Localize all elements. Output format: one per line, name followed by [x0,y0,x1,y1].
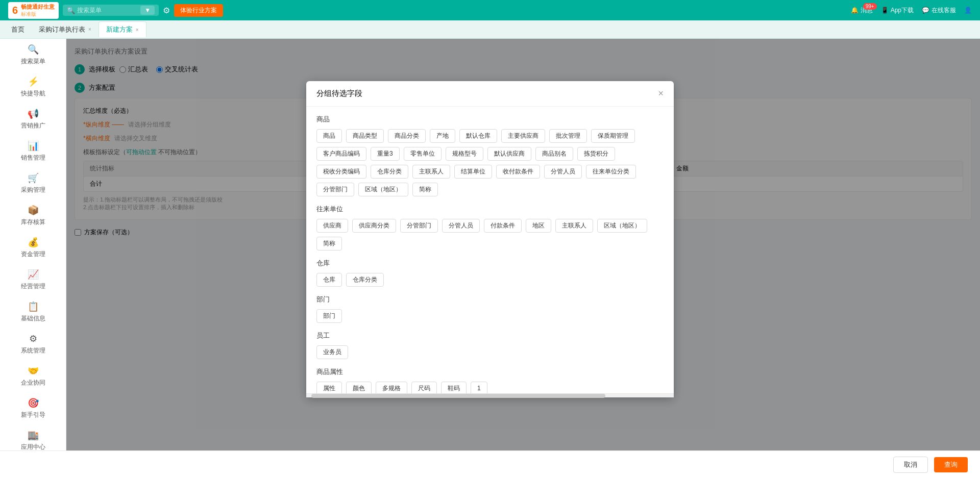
section-employee-title: 员工 [316,331,664,340]
field-tag-supplier-category[interactable]: 供应商分类 [352,219,396,233]
field-tag-pay-terms[interactable]: 付款条件 [484,219,522,233]
field-tag-dept[interactable]: 分管部门 [316,183,354,196]
section-warehouse-title: 仓库 [316,259,664,268]
field-tag-goods[interactable]: 商品 [316,129,342,143]
field-tag-region[interactable]: 区域（地区） [358,183,408,196]
message-nav-item[interactable]: 🔔 99+ 消息 [851,6,873,15]
modal-close-btn[interactable]: × [658,88,664,99]
field-tag-short-name[interactable]: 简称 [412,183,438,196]
operation-icon: 📈 [28,269,39,280]
logo-sub: 标准版 [21,11,55,18]
field-tag-manager[interactable]: 分管人员 [544,165,582,179]
tab-new-plan-close[interactable]: × [136,27,139,33]
logo-title: 畅捷通好生意 [21,3,55,11]
field-tag-warehouse[interactable]: 仓库 [316,273,342,287]
search-input[interactable] [77,7,138,14]
nav-gear-btn[interactable]: ⚙ [163,6,170,15]
field-tag-origin[interactable]: 产地 [430,129,455,143]
sidebar-item-operation[interactable]: 📈 经营管理 [0,264,66,296]
sidebar-item-inventory[interactable]: 📦 库存核算 [0,199,66,232]
field-tag-main-contact[interactable]: 主联系人 [412,165,450,179]
nav-dropdown-btn[interactable]: ▼ [140,6,155,15]
field-tag-shelf-life[interactable]: 保质期管理 [591,129,635,143]
field-tag-multi-spec[interactable]: 多规格 [376,382,407,393]
field-tag-goods-category[interactable]: 商品分类 [388,129,426,143]
field-tag-color[interactable]: 颜色 [346,382,372,393]
field-tag-department[interactable]: 部门 [316,309,342,323]
search-area[interactable]: 🔍 ▼ [63,5,159,16]
field-tag-main-supplier[interactable]: 主要供应商 [501,129,545,143]
field-tag-default-warehouse[interactable]: 默认仓库 [459,129,497,143]
inventory-icon: 📦 [28,205,39,216]
field-tag-batch-mgmt[interactable]: 批次管理 [549,129,587,143]
message-badge: 99+ [863,3,877,10]
field-tag-supplier[interactable]: 供应商 [316,219,348,233]
tab-purchase-order-close[interactable]: × [88,27,91,32]
modal-body[interactable]: 商品 商品 商品类型 商品分类 产地 默认仓库 主要供应商 批次管理 保质期管理… [306,107,674,393]
field-tag-partner-category[interactable]: 往来单位分类 [586,165,636,179]
field-tag-partner-dept[interactable]: 分管部门 [400,219,438,233]
tab-purchase-order[interactable]: 采购订单执行表 × [32,22,99,37]
field-tag-area[interactable]: 地区 [526,219,551,233]
sidebar-item-system[interactable]: ⚙ 系统管理 [0,328,66,360]
section-employee-tags: 业务员 [316,345,664,359]
sidebar-item-search[interactable]: 🔍 搜索菜单 [0,39,66,71]
section-goods-title: 商品 [316,115,664,124]
field-tag-pick-points[interactable]: 拣货积分 [577,147,615,161]
sidebar-item-system-label: 系统管理 [21,346,45,355]
field-tag-attr-1[interactable]: 1 [471,382,487,393]
field-tag-shoe-size[interactable]: 鞋码 [441,382,467,393]
sidebar-item-quick-nav[interactable]: ⚡ 快捷导航 [0,71,66,103]
app-download-item[interactable]: 📱 App下载 [881,6,914,15]
sidebar-item-collab[interactable]: 🤝 企业协同 [0,360,66,392]
field-tag-goods-type[interactable]: 商品类型 [346,129,384,143]
field-tag-warehouse-category[interactable]: 仓库分类 [371,165,408,179]
app-icon: 📱 [881,7,889,14]
sidebar-item-sales[interactable]: 📊 销售管理 [0,135,66,167]
sales-icon: 📊 [28,140,39,152]
cancel-button[interactable]: 取消 [893,457,928,473]
sidebar-item-marketing[interactable]: 📢 营销推广 [0,103,66,135]
sidebar-item-guide-label: 新手引导 [21,411,45,419]
field-tag-salesperson[interactable]: 业务员 [316,345,348,359]
confirm-button[interactable]: 查询 [934,457,968,472]
user-icon: 👤 [964,7,972,14]
experience-btn[interactable]: 体验行业方案 [174,4,223,17]
user-avatar-item[interactable]: 👤 [964,7,972,14]
field-tag-goods-alias[interactable]: 商品别名 [535,147,573,161]
sidebar-item-purchase[interactable]: 🛒 采购管理 [0,167,66,199]
system-icon: ⚙ [29,333,37,344]
field-tag-attr[interactable]: 属性 [316,382,342,393]
sidebar-item-operation-label: 经营管理 [21,282,45,291]
modal-header: 分组待选字段 × [306,81,674,107]
tab-new-plan[interactable]: 新建方案 × [99,21,146,37]
field-tag-partner-region[interactable]: 区域（地区） [597,219,647,233]
section-goods: 商品 商品 商品类型 商品分类 产地 默认仓库 主要供应商 批次管理 保质期管理… [316,115,664,196]
sidebar-item-guide[interactable]: 🎯 新手引导 [0,392,66,424]
field-tag-spec-model[interactable]: 规格型号 [446,147,483,161]
sidebar-item-basic-info[interactable]: 📋 基础信息 [0,296,66,328]
field-tag-partner-manager[interactable]: 分管人员 [442,219,480,233]
modal-hscroll-thumb [311,394,605,398]
field-tag-payment-terms[interactable]: 收付款条件 [496,165,540,179]
tab-home[interactable]: 首页 [4,22,32,37]
online-service-item[interactable]: 💬 在线客服 [922,6,956,15]
section-partner-title: 往来单位 [316,205,664,214]
field-tag-size[interactable]: 尺码 [411,382,437,393]
top-nav-right: 🔔 99+ 消息 📱 App下载 💬 在线客服 👤 [851,6,972,15]
modal-horizontal-scrollbar[interactable] [306,393,674,397]
section-goods-attr: 商品属性 属性 颜色 多规格 尺码 鞋码 1 [316,367,664,393]
field-tag-tax-code[interactable]: 税收分类编码 [316,165,366,179]
sidebar-item-quick-nav-label: 快捷导航 [21,89,45,98]
field-tag-partner-contact[interactable]: 主联系人 [555,219,593,233]
field-tag-partner-short-name[interactable]: 简称 [316,237,342,250]
purchase-icon: 🛒 [28,172,39,184]
field-tag-customer-code[interactable]: 客户商品编码 [316,147,366,161]
field-tag-warehouse-cat[interactable]: 仓库分类 [346,273,384,287]
field-tag-settlement-unit[interactable]: 结算单位 [454,165,492,179]
sidebar-item-sales-label: 销售管理 [21,154,45,162]
field-tag-weight[interactable]: 重量3 [371,147,400,161]
field-tag-default-supplier[interactable]: 默认供应商 [487,147,531,161]
field-tag-retail-unit[interactable]: 零售单位 [404,147,442,161]
sidebar-item-finance[interactable]: 💰 资金管理 [0,232,66,264]
